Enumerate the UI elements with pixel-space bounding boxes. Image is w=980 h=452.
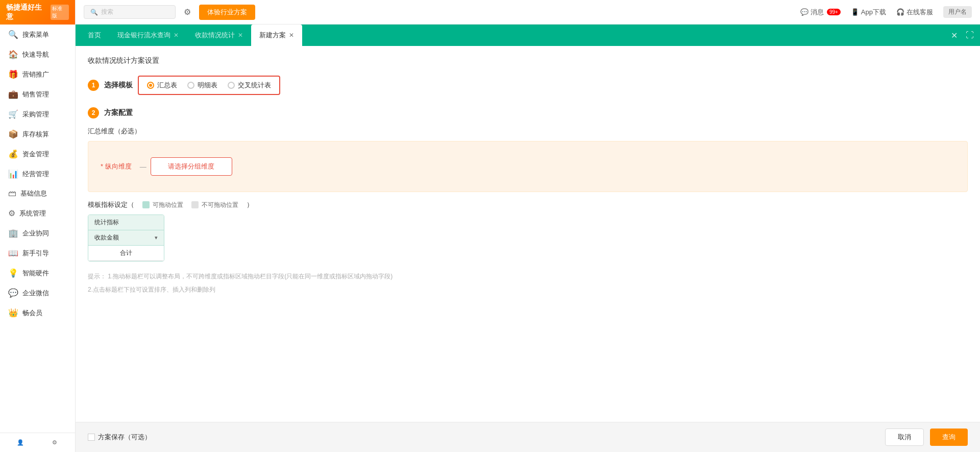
tab-stats-close[interactable]: ✕: [238, 32, 243, 39]
logo-title: 畅捷通好生意: [6, 3, 48, 21]
search-bar[interactable]: 🔍 搜索: [84, 5, 176, 19]
operations-icon: 📊: [8, 169, 18, 179]
member-icon: 👑: [8, 308, 18, 318]
sidebar-item-basic[interactable]: 🗃 基础信息: [0, 184, 75, 203]
inventory-icon: 📦: [8, 129, 18, 139]
sidebar-item-purchase[interactable]: 🛒 采购管理: [0, 104, 75, 124]
service-item[interactable]: 🎧 在线客服: [896, 8, 933, 17]
sidebar-item-label: 企业协同: [22, 229, 49, 238]
tabbar-controls: ✕ ⛶: [949, 29, 976, 42]
message-icon: 💬: [800, 8, 808, 16]
tab-home[interactable]: 首页: [80, 25, 109, 46]
wechat-icon: 💬: [8, 288, 18, 298]
sidebar-item-inventory[interactable]: 📦 库存核算: [0, 124, 75, 144]
sidebar-item-operations[interactable]: 📊 经营管理: [0, 164, 75, 184]
tab-bank[interactable]: 现金银行流水查询 ✕: [109, 25, 187, 46]
download-item[interactable]: 📱 App下载: [851, 8, 886, 17]
sidebar-item-quick-nav[interactable]: 🏠 快速导航: [0, 44, 75, 64]
sidebar-item-label: 营销推广: [22, 70, 49, 79]
save-option-label[interactable]: 方案保存（可选）: [88, 433, 151, 442]
non-draggable-box: [191, 201, 199, 208]
download-icon: 📱: [851, 8, 859, 16]
metrics-legend: 模板指标设定（ 可拖动位置 不可拖动位置 ）: [88, 200, 968, 209]
section1-header: 1 选择模板 汇总表 明细表: [88, 76, 968, 95]
sales-icon: 💼: [8, 89, 18, 99]
tab-bank-close[interactable]: ✕: [174, 32, 179, 39]
section2-number: 2: [88, 107, 99, 118]
metrics-table: 统计指标 收款金额 ▾ 合计: [88, 215, 164, 261]
sidebar-item-system[interactable]: ⚙ 系统管理: [0, 203, 75, 223]
vertical-dim-row: * 纵向维度 — 请选择分组维度: [101, 157, 232, 176]
sidebar-settings-icon[interactable]: ⚙: [39, 437, 71, 448]
search-icon: 🔍: [90, 9, 98, 16]
radio-summary-circle: [147, 82, 154, 89]
radio-summary-label: 汇总表: [157, 81, 177, 90]
message-label: 消息: [811, 8, 824, 17]
message-item[interactable]: 💬 消息 99+: [800, 8, 841, 17]
expand-icon[interactable]: ⛶: [964, 29, 976, 42]
radio-detail[interactable]: 明细表: [187, 81, 217, 90]
metrics-label: 模板指标设定（: [88, 200, 134, 209]
finance-icon: 💰: [8, 149, 18, 159]
footer: 方案保存（可选） 取消 查询: [76, 422, 980, 452]
sidebar-user-icon[interactable]: 👤: [4, 437, 37, 448]
sidebar-bottom: 👤 ⚙: [0, 433, 75, 452]
sidebar-item-label: 资金管理: [22, 150, 49, 159]
save-checkbox[interactable]: [88, 434, 95, 441]
close-window-icon[interactable]: ✕: [949, 29, 960, 42]
sidebar-item-search-menu[interactable]: 🔍 搜索菜单: [0, 25, 75, 44]
user-name: 用户名: [948, 8, 967, 15]
sidebar-item-enterprise[interactable]: 🏢 企业协同: [0, 223, 75, 243]
section-config: 2 方案配置 汇总维度（必选） * 纵向维度 — 请选择分组维度: [88, 107, 968, 295]
dim-arrow: —: [140, 163, 146, 171]
dim-select-button[interactable]: 请选择分组维度: [151, 157, 232, 176]
radio-detail-circle: [187, 82, 194, 89]
page-title: 收款情况统计方案设置: [88, 56, 968, 65]
radio-summary[interactable]: 汇总表: [147, 81, 177, 90]
service-icon: 🎧: [896, 8, 904, 16]
main-area: 🔍 搜索 ⚙ 体验行业方案 💬 消息 99+ 📱 App下载 🎧 在线客服 用户…: [76, 0, 980, 452]
settings-icon[interactable]: ⚙: [184, 7, 191, 17]
user-info[interactable]: 用户名: [943, 6, 972, 18]
sidebar-item-label: 库存核算: [22, 130, 49, 139]
quick-nav-icon: 🏠: [8, 50, 18, 59]
search-placeholder: 搜索: [101, 8, 113, 16]
sidebar-item-hardware[interactable]: 💡 智能硬件: [0, 263, 75, 283]
income-dropdown-icon: ▾: [155, 234, 158, 241]
vertical-dim-label: * 纵向维度: [101, 162, 132, 171]
dimension-area: * 纵向维度 — 请选择分组维度: [88, 141, 968, 192]
query-button[interactable]: 查询: [930, 429, 968, 446]
draggable-legend: 可拖动位置: [142, 201, 183, 209]
section2-header: 2 方案配置: [88, 107, 968, 118]
tab-stats-label: 收款情况统计: [195, 31, 235, 40]
save-label-text: 方案保存（可选）: [98, 433, 151, 442]
stats-header-label: 统计指标: [94, 218, 119, 227]
tab-new-plan-close[interactable]: ✕: [289, 32, 294, 39]
sidebar-item-guide[interactable]: 📖 新手引导: [0, 243, 75, 263]
tab-bank-label: 现金银行流水查询: [117, 31, 170, 40]
sidebar-item-label: 畅会员: [22, 308, 42, 318]
sidebar-item-label: 快速导航: [22, 50, 49, 59]
tab-stats[interactable]: 收款情况统计 ✕: [187, 25, 251, 46]
income-row[interactable]: 收款金额 ▾: [88, 230, 164, 246]
sidebar-item-sales[interactable]: 💼 销售管理: [0, 84, 75, 104]
topbar-right: 💬 消息 99+ 📱 App下载 🎧 在线客服 用户名: [800, 6, 972, 18]
sidebar-item-label: 经营管理: [22, 170, 49, 179]
draggable-label: 可拖动位置: [153, 201, 183, 209]
section2-title: 方案配置: [104, 108, 133, 117]
sidebar-item-marketing[interactable]: 🎁 营销推广: [0, 64, 75, 84]
sidebar-item-member[interactable]: 👑 畅会员: [0, 303, 75, 323]
sidebar-item-label: 采购管理: [22, 110, 49, 119]
hardware-icon: 💡: [8, 268, 18, 278]
radio-cross-label: 交叉统计表: [238, 81, 271, 90]
sidebar-item-wechat[interactable]: 💬 企业微信: [0, 283, 75, 303]
content-area: 收款情况统计方案设置 1 选择模板 汇总表 明细表: [76, 46, 980, 452]
cancel-button[interactable]: 取消: [885, 429, 924, 446]
metrics-stats-header: 统计指标: [88, 215, 164, 230]
sidebar-item-finance[interactable]: 💰 资金管理: [0, 144, 75, 164]
message-badge: 99+: [827, 9, 841, 15]
tab-new-plan[interactable]: 新建方案 ✕: [251, 25, 302, 46]
sidebar-item-label: 搜索菜单: [22, 30, 49, 39]
trial-button[interactable]: 体验行业方案: [199, 5, 255, 20]
radio-cross[interactable]: 交叉统计表: [228, 81, 271, 90]
